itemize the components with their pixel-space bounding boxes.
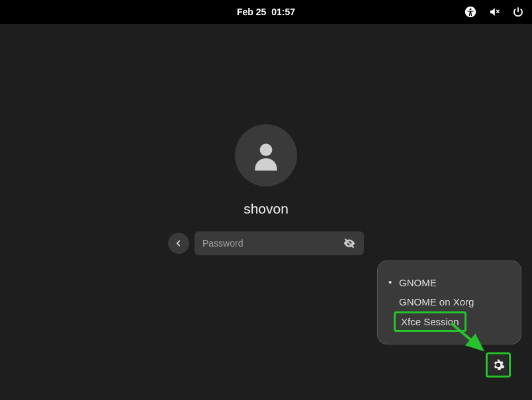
person-icon bbox=[249, 139, 283, 172]
password-row bbox=[168, 231, 364, 255]
username-label: shovon bbox=[244, 201, 288, 217]
session-item-gnome-xorg[interactable]: GNOME on Xorg bbox=[387, 292, 511, 311]
svg-point-2 bbox=[260, 143, 273, 156]
accessibility-icon[interactable] bbox=[465, 6, 476, 18]
eye-off-icon bbox=[343, 237, 356, 250]
login-panel: shovon bbox=[168, 124, 364, 255]
session-item-label: Xfce Session bbox=[401, 316, 459, 327]
gear-icon bbox=[492, 358, 505, 372]
session-item-label: GNOME on Xorg bbox=[399, 296, 474, 307]
session-item-gnome[interactable]: GNOME bbox=[387, 273, 511, 292]
time-label: 01:57 bbox=[271, 7, 295, 17]
toggle-password-visibility[interactable] bbox=[343, 237, 356, 250]
power-icon[interactable] bbox=[512, 6, 524, 18]
chevron-left-icon bbox=[174, 239, 183, 248]
session-item-xfce[interactable]: Xfce Session bbox=[394, 311, 466, 332]
date-label: Feb 25 bbox=[237, 7, 266, 17]
top-bar: Feb 25 01:57 bbox=[0, 0, 532, 24]
back-button[interactable] bbox=[168, 233, 189, 254]
session-menu: GNOME GNOME on Xorg Xfce Session bbox=[377, 260, 521, 344]
volume-muted-icon[interactable] bbox=[488, 6, 500, 18]
svg-point-1 bbox=[470, 8, 472, 10]
datetime: Feb 25 01:57 bbox=[237, 7, 295, 17]
session-item-label: GNOME bbox=[399, 277, 437, 288]
status-icons bbox=[465, 0, 524, 24]
password-input[interactable] bbox=[202, 238, 343, 249]
user-avatar bbox=[235, 124, 297, 186]
password-field-wrap bbox=[195, 231, 364, 255]
session-settings-button[interactable] bbox=[488, 355, 508, 375]
